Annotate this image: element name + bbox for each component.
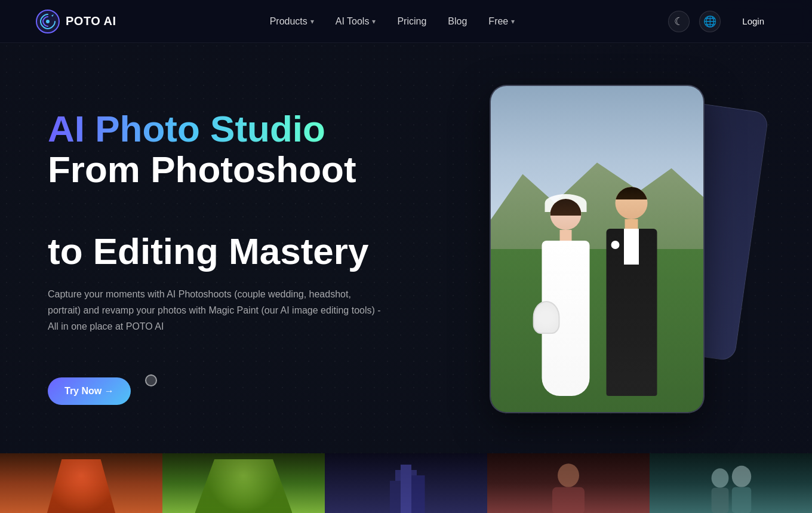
bride-head [550,199,582,230]
bride-body [542,241,590,396]
hero-title-line3: to Editing Mastery [48,231,454,272]
svg-point-8 [712,468,729,487]
strip-item-1 [0,453,162,513]
groom-body [606,229,657,396]
nav-item-ai-tools[interactable]: AI Tools ▾ [327,11,385,32]
bride-bouquet [533,301,560,334]
nav-label-free: Free [488,16,508,27]
building-silhouette [341,459,471,513]
groom-figure [596,187,668,396]
chevron-down-icon: ▾ [310,17,314,26]
loading-indicator [145,374,157,386]
nav-item-products[interactable]: Products ▾ [262,11,322,32]
hero-title-line2: From Photoshoot [48,149,454,190]
groom-hair [616,187,648,200]
bride-hair [550,199,582,216]
svg-rect-9 [712,488,729,513]
chevron-down-icon: ▾ [511,17,515,26]
bride-figure [527,199,605,396]
login-button[interactable]: Login [730,11,776,31]
groom-head [616,187,648,219]
hero-title-gradient: AI Photo Studio [48,108,325,149]
logo-icon [36,10,60,33]
nav-actions: ☾ 🌐 Login [668,11,776,32]
groom-shirt [624,229,639,265]
nav-label-products: Products [270,16,307,27]
theme-toggle-button[interactable]: ☾ [668,11,690,32]
svg-rect-4 [411,475,425,513]
nav-item-pricing[interactable]: Pricing [389,11,435,32]
hero-section: AI Photo Studio From Photoshoot to Editi… [0,43,812,453]
svg-rect-5 [401,465,411,513]
phone-frame-front [490,85,705,413]
svg-point-10 [732,466,751,487]
nav-item-free[interactable]: Free ▾ [480,11,523,32]
wedding-photo [491,86,703,412]
nav-label-pricing: Pricing [397,16,426,27]
portrait-silhouette-1 [512,459,625,513]
language-button[interactable]: 🌐 [699,11,721,32]
strip-figure-1 [32,459,130,513]
svg-point-6 [558,463,579,487]
hero-title: AI Photo Studio From Photoshoot to Editi… [48,109,454,272]
portrait-silhouette-2 [658,459,804,513]
bottom-image-strip [0,453,812,513]
strip-item-2 [162,453,325,513]
brand-logo[interactable]: POTO AI [36,10,116,33]
nav-menu: Products ▾ AI Tools ▾ Pricing Blog Free … [262,11,524,32]
moon-icon: ☾ [674,15,684,28]
strip-item-5 [650,453,812,513]
bride-neck [560,230,572,241]
svg-rect-3 [390,481,401,513]
navbar: POTO AI Products ▾ AI Tools ▾ Pricing Bl… [0,0,812,43]
brand-name: POTO AI [66,14,116,28]
globe-icon: 🌐 [703,15,716,28]
nav-label-blog: Blog [448,16,467,27]
groom-boutonniere [611,241,619,249]
nav-item-blog[interactable]: Blog [439,11,475,32]
svg-rect-7 [552,487,585,513]
nav-label-ai-tools: AI Tools [336,16,370,27]
hero-content: AI Photo Studio From Photoshoot to Editi… [48,91,454,405]
strip-figure-2 [195,459,292,513]
svg-point-1 [46,20,50,23]
hero-image-area [454,79,764,437]
try-now-button[interactable]: Try Now → [48,377,131,405]
groom-neck [625,219,638,229]
strip-item-4 [487,453,650,513]
chevron-down-icon: ▾ [372,17,376,26]
couple-figures [518,151,677,396]
strip-item-3 [325,453,487,513]
svg-rect-11 [732,487,751,513]
hero-subtitle: Capture your moments with AI Photoshoots… [48,286,382,335]
